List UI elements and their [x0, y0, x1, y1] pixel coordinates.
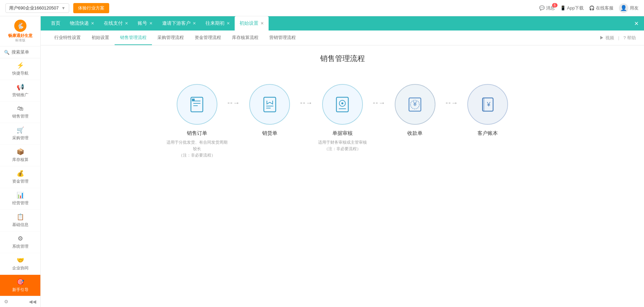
tab-period-close[interactable]: ✕	[227, 21, 230, 26]
sub-tab-init[interactable]: 初始设置	[86, 30, 115, 45]
sidebar-item-marketing[interactable]: 📢 营销推广	[0, 80, 40, 102]
search-label: 搜索菜单	[12, 49, 29, 55]
chevron-down-icon: ▼	[61, 6, 65, 11]
sidebar-search[interactable]: 🔍 搜索菜单	[0, 46, 40, 58]
user-selector-text: 用户690企业1660120507	[9, 5, 59, 11]
app-download-button[interactable]: 📱 App下载	[560, 5, 584, 11]
sidebar-nav: ⚡ 快捷导航 📢 营销推广 🛍 销售管理 🛒 采购管理 📦 库存核算	[0, 58, 40, 296]
sub-tab-inventory[interactable]: 库存核算流程	[227, 30, 264, 45]
flow-item-account-book: ¥ 客户账本	[457, 84, 518, 139]
sidebar-item-inventory[interactable]: 📦 库存核算	[0, 145, 40, 166]
search-icon: 🔍	[4, 50, 9, 55]
sidebar-item-guide[interactable]: 🎯 新手引导	[0, 275, 40, 296]
sidebar-item-purchase[interactable]: 🛒 采购管理	[0, 123, 40, 145]
settings-icon[interactable]: ⚙	[4, 299, 8, 304]
sub-tab-industry[interactable]: 行业特性设置	[49, 30, 86, 45]
sub-tab-purchase[interactable]: 采购管理流程	[152, 30, 189, 45]
experience-button[interactable]: 体验行业方案	[73, 3, 109, 13]
flow-label-sales-invoice: 销货单	[262, 130, 277, 137]
inventory-icon: 📦	[17, 148, 24, 156]
sub-tabs-right: ▶ 视频 | ? 帮助	[600, 35, 636, 41]
sidebar-item-sales[interactable]: 🛍 销售管理	[0, 102, 40, 123]
tab-invite-close[interactable]: ✕	[193, 21, 196, 26]
nav-tabs: 首页 物流快递 ✕ 在线支付 ✕ 账号 ✕ 邀请下游客户 ✕	[41, 16, 644, 30]
approval-icon	[333, 95, 352, 114]
tab-logistics-label: 物流快递	[70, 20, 89, 26]
message-button[interactable]: 💬 消息 6	[539, 5, 555, 11]
flow-label-sales-order: 销售订单	[187, 130, 207, 137]
sub-tab-capital[interactable]: 资金管理流程	[189, 30, 227, 45]
sidebar: 🐇 畅康通好生意 标准版 🔍 搜索菜单 ⚡ 快捷导航 📢 营销推广	[0, 16, 41, 307]
flow-item-approval: 单据审核 适用于财务审核或主管审核（注：非必要流程）	[312, 84, 373, 152]
avatar: 👤	[619, 3, 628, 13]
sidebar-item-label: 经营管理	[12, 200, 28, 206]
quick-icon: ⚡	[17, 62, 24, 69]
collapse-icon[interactable]: ◀◀	[29, 299, 36, 304]
tab-invite[interactable]: 邀请下游客户 ✕	[157, 16, 201, 30]
svg-rect-8	[336, 97, 348, 112]
sidebar-item-label: 采购管理	[12, 135, 28, 141]
sidebar-logo: 🐇 畅康通好生意 标准版	[0, 16, 40, 46]
sub-tab-purchase-label: 采购管理流程	[157, 35, 184, 41]
tab-logistics[interactable]: 物流快递 ✕	[65, 16, 99, 30]
tab-setup[interactable]: 初始设置 ✕	[235, 16, 269, 30]
flow-arrow-3: - - →	[373, 84, 385, 107]
sidebar-item-label: 快捷导航	[12, 70, 28, 76]
svg-rect-5	[264, 97, 276, 112]
video-button[interactable]: ▶ 视频	[600, 35, 614, 41]
sidebar-bottom: ⚙ ◀◀	[0, 296, 40, 307]
svg-rect-4	[192, 99, 195, 101]
tab-account[interactable]: 账号 ✕	[133, 16, 157, 30]
sidebar-item-label: 企业协同	[12, 265, 28, 271]
user-selector[interactable]: 用户690企业1660120507 ▼	[5, 3, 69, 13]
sidebar-item-system[interactable]: ⚙ 系统管理	[0, 231, 40, 253]
help-button[interactable]: ? 帮助	[623, 35, 636, 41]
tab-account-close[interactable]: ✕	[149, 21, 153, 26]
sidebar-item-operation[interactable]: 📊 经营管理	[0, 188, 40, 210]
logo-sub: 标准版	[15, 38, 25, 43]
tab-home[interactable]: 首页	[46, 16, 65, 30]
sidebar-item-basic[interactable]: 📋 基础信息	[0, 210, 40, 231]
capital-icon: 💰	[17, 170, 24, 177]
flow-circle-account-book: ¥	[467, 84, 508, 125]
tab-setup-label: 初始设置	[239, 20, 258, 26]
tab-period[interactable]: 往来期初 ✕	[201, 16, 235, 30]
online-service-button[interactable]: 🎧 在线客服	[589, 5, 613, 11]
tab-payment[interactable]: 在线支付 ✕	[99, 16, 133, 30]
page-title: 销售管理流程	[49, 54, 636, 64]
app-download-label: App下载	[567, 5, 584, 11]
tab-account-label: 账号	[138, 20, 147, 26]
purchase-icon: 🛒	[17, 126, 24, 134]
receipt-icon: ¥	[406, 95, 424, 114]
flow-circle-sales-order	[177, 84, 217, 125]
sidebar-item-label: 资金管理	[12, 179, 28, 184]
flow-circle-approval	[322, 84, 363, 125]
sidebar-item-label: 新手引导	[12, 287, 28, 293]
sidebar-item-capital[interactable]: 💰 资金管理	[0, 166, 40, 188]
tab-logistics-close[interactable]: ✕	[91, 21, 94, 26]
system-icon: ⚙	[18, 235, 23, 242]
invoice-icon	[260, 95, 279, 114]
svg-text:¥: ¥	[487, 101, 491, 108]
sidebar-item-enterprise[interactable]: 🤝 企业协同	[0, 253, 40, 275]
operation-icon: 📊	[17, 191, 24, 199]
sub-tab-marketing[interactable]: 营销管理流程	[264, 30, 301, 45]
tab-payment-close[interactable]: ✕	[125, 21, 128, 26]
app-container: 用户690企业1660120507 ▼ 体验行业方案 💬 消息 6 📱 App下…	[0, 0, 644, 307]
video-label: 视频	[605, 35, 614, 40]
nav-close-all-button[interactable]: ✕	[634, 20, 639, 27]
user-label: 用友	[630, 5, 639, 11]
user-menu-button[interactable]: 👤 用友	[619, 3, 639, 13]
sub-tab-sales[interactable]: 销售管理流程	[115, 30, 152, 45]
sidebar-item-label: 销售管理	[12, 114, 28, 119]
sidebar-item-label: 库存核算	[12, 157, 28, 163]
flow-arrow-1: - - →	[228, 84, 239, 107]
flow-label-account-book: 客户账本	[477, 130, 498, 137]
content-area: 首页 物流快递 ✕ 在线支付 ✕ 账号 ✕ 邀请下游客户 ✕	[41, 16, 644, 307]
top-bar-left: 用户690企业1660120507 ▼ 体验行业方案	[5, 3, 109, 13]
flow-label-approval: 单据审核	[332, 130, 353, 137]
tab-invite-label: 邀请下游客户	[162, 20, 191, 26]
tab-setup-close[interactable]: ✕	[260, 21, 264, 26]
sidebar-item-quick[interactable]: ⚡ 快捷导航	[0, 58, 40, 80]
sub-tab-industry-label: 行业特性设置	[54, 35, 81, 41]
